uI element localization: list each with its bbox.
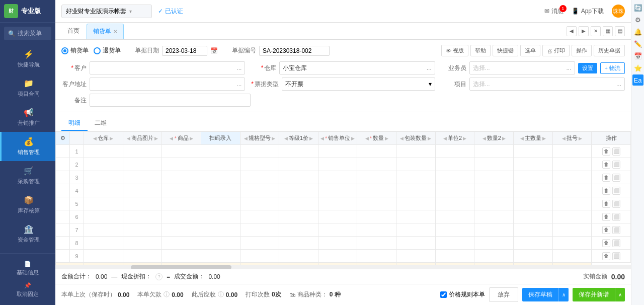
- row-qty2-cell[interactable]: [474, 223, 514, 237]
- row-unit2-cell[interactable]: [435, 237, 474, 250]
- row-batch-cell[interactable]: [552, 210, 592, 223]
- row-qty2-cell[interactable]: [474, 145, 514, 158]
- row-warehouse-cell[interactable]: [84, 145, 123, 158]
- row-sales-unit-cell[interactable]: [318, 210, 357, 223]
- row-product-cell[interactable]: [162, 237, 201, 250]
- row-batch-cell[interactable]: [552, 171, 592, 184]
- row-grade-price-cell[interactable]: [279, 250, 318, 263]
- row-delete-icon[interactable]: 🗑: [602, 239, 610, 247]
- sidebar-item-project[interactable]: 📁 项目合同: [0, 73, 55, 103]
- row-qty2-cell[interactable]: [474, 250, 514, 263]
- row-pack-qty-cell[interactable]: [396, 250, 436, 263]
- row-warehouse-cell[interactable]: [84, 197, 123, 210]
- row-product-cell[interactable]: [162, 250, 201, 263]
- row-warehouse-cell[interactable]: [84, 223, 123, 237]
- row-grade-price-cell[interactable]: [279, 197, 318, 210]
- tab-layout2-button[interactable]: ▤: [615, 26, 625, 36]
- row-main-qty-cell[interactable]: [514, 250, 553, 263]
- row-pack-qty-cell[interactable]: [396, 171, 436, 184]
- invoice-select[interactable]: 不开票 ▾: [282, 78, 435, 91]
- table-row[interactable]: 9 🗑 ⬜: [56, 250, 631, 263]
- tab-sales-order[interactable]: 销货单 ✕: [87, 24, 124, 39]
- save-draft-button[interactable]: 保存草稿: [522, 288, 558, 301]
- row-quantity-cell[interactable]: [357, 210, 396, 223]
- row-sales-unit-cell[interactable]: [318, 158, 357, 171]
- row-copy-icon[interactable]: ⬜: [612, 226, 620, 234]
- row-copy-icon[interactable]: ⬜: [612, 161, 620, 169]
- sidebar-item-capital[interactable]: 🏦 资金管理: [0, 219, 55, 249]
- table-row[interactable]: 1 🗑 ⬜: [56, 145, 631, 158]
- tab-home[interactable]: 首页: [61, 24, 86, 38]
- row-pack-qty-cell[interactable]: [396, 197, 436, 210]
- row-copy-icon[interactable]: ⬜: [612, 252, 620, 260]
- row-sales-unit-cell[interactable]: [318, 197, 357, 210]
- row-product-cell[interactable]: [162, 158, 201, 171]
- row-batch-cell[interactable]: [552, 184, 592, 197]
- table-row[interactable]: 6 🗑 ⬜: [56, 210, 631, 223]
- row-product-cell[interactable]: [162, 145, 201, 158]
- table-row[interactable]: 5 🗑 ⬜: [56, 197, 631, 210]
- sidebar-item-cancel-pin[interactable]: 📌 取消固定: [4, 279, 51, 301]
- row-grade-price-cell[interactable]: [279, 223, 318, 237]
- row-grade-price-cell[interactable]: [279, 210, 318, 223]
- row-spec-cell[interactable]: [240, 145, 279, 158]
- right-icon-2[interactable]: ⚙: [632, 14, 643, 25]
- row-sales-unit-cell[interactable]: [318, 171, 357, 184]
- row-delete-icon[interactable]: 🗑: [602, 252, 610, 260]
- row-unit2-cell[interactable]: [435, 223, 474, 237]
- row-delete-icon[interactable]: 🗑: [602, 200, 610, 208]
- select-button[interactable]: 选单: [520, 45, 540, 56]
- receivable-help-icon[interactable]: ⓘ: [218, 290, 224, 299]
- row-main-qty-cell[interactable]: [514, 237, 553, 250]
- row-product-cell[interactable]: [162, 210, 201, 223]
- row-copy-icon[interactable]: ⬜: [612, 239, 620, 247]
- row-product-cell[interactable]: [162, 197, 201, 210]
- row-main-qty-cell[interactable]: [514, 223, 553, 237]
- table-row[interactable]: 3 🗑 ⬜: [56, 171, 631, 184]
- company-selector[interactable]: 好业财专业版演示帐套 ▾: [61, 5, 152, 18]
- row-sales-unit-cell[interactable]: [318, 237, 357, 250]
- table-row[interactable]: 4 🗑 ⬜: [56, 184, 631, 197]
- row-product-cell[interactable]: [162, 171, 201, 184]
- row-batch-cell[interactable]: [552, 145, 592, 158]
- row-spec-cell[interactable]: [240, 250, 279, 263]
- price-check-label[interactable]: 价格规则本单: [440, 290, 485, 299]
- price-check-checkbox[interactable]: [440, 291, 447, 298]
- row-spec-cell[interactable]: [240, 184, 279, 197]
- row-warehouse-cell[interactable]: [84, 171, 123, 184]
- row-main-qty-cell[interactable]: [514, 145, 553, 158]
- sales-rep-input[interactable]: 选择... ...: [469, 61, 575, 74]
- row-batch-cell[interactable]: [552, 158, 592, 171]
- row-delete-icon[interactable]: 🗑: [602, 147, 610, 156]
- help-icon[interactable]: ?: [155, 273, 163, 280]
- row-batch-input-cell[interactable]: [201, 223, 240, 237]
- row-batch-input-cell[interactable]: [201, 184, 240, 197]
- project-input[interactable]: 选择... ...: [469, 78, 625, 91]
- row-quantity-cell[interactable]: [357, 250, 396, 263]
- save-draft-arrow-button[interactable]: ∧: [558, 288, 569, 301]
- radio-return-order[interactable]: 退货单: [94, 46, 121, 55]
- row-pack-qty-cell[interactable]: [396, 145, 436, 158]
- calendar-icon[interactable]: 📅: [210, 47, 218, 54]
- row-sales-unit-cell[interactable]: [318, 145, 357, 158]
- customer-input[interactable]: ...: [90, 61, 245, 74]
- row-unit2-cell[interactable]: [435, 184, 474, 197]
- row-unit2-cell[interactable]: [435, 250, 474, 263]
- row-quantity-cell[interactable]: [357, 171, 396, 184]
- right-icon-1[interactable]: 🔄: [632, 2, 643, 13]
- bill-date-input[interactable]: [162, 46, 207, 56]
- row-copy-icon[interactable]: ⬜: [612, 187, 620, 195]
- row-delete-icon[interactable]: 🗑: [602, 187, 610, 195]
- row-main-qty-cell[interactable]: [514, 171, 553, 184]
- row-batch-cell[interactable]: [552, 237, 592, 250]
- row-unit2-cell[interactable]: [435, 171, 474, 184]
- table-row[interactable]: 7 🗑 ⬜: [56, 223, 631, 237]
- row-pack-qty-cell[interactable]: [396, 237, 436, 250]
- row-product-cell[interactable]: [162, 223, 201, 237]
- row-grade-price-cell[interactable]: [279, 184, 318, 197]
- row-pack-qty-cell[interactable]: [396, 158, 436, 171]
- row-batch-input-cell[interactable]: [201, 197, 240, 210]
- address-input[interactable]: ...: [90, 78, 245, 91]
- col-settings[interactable]: ⚙: [56, 132, 70, 145]
- row-copy-icon[interactable]: ⬜: [612, 200, 620, 208]
